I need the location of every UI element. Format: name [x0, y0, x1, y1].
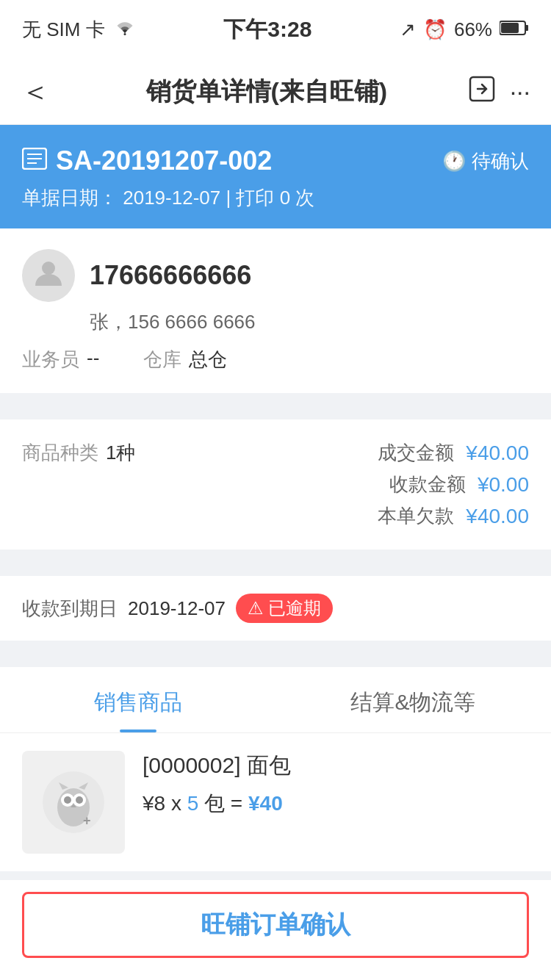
wifi-icon: [114, 18, 136, 41]
status-badge: 🕐 待确认: [442, 148, 529, 174]
received-row: 收款金额 ¥0.00: [389, 472, 529, 497]
divider-1: [0, 406, 551, 419]
avatar: [22, 249, 75, 302]
tabs-row: 销售商品 结算&物流等: [0, 667, 551, 733]
customer-name: 张，156 6666 6666: [90, 309, 529, 335]
warehouse-meta: 仓库 总仓: [143, 347, 227, 372]
svg-point-9: [42, 262, 55, 275]
order-header-card: SA-20191207-002 🕐 待确认 单据日期： 2019-12-07 |…: [0, 125, 551, 228]
product-item: + [0000002] 面包 ¥8 x 5 包 = ¥40: [22, 751, 529, 854]
bottom-bar: 旺铺订单确认: [0, 880, 551, 980]
overdue-badge: ⚠ 已逾期: [236, 594, 333, 623]
summary-left: 商品种类 1种: [22, 440, 135, 466]
nav-actions: ···: [469, 76, 530, 108]
warehouse-value: 总仓: [189, 347, 227, 372]
svg-point-0: [123, 33, 126, 35]
back-button[interactable]: ＜: [21, 71, 50, 112]
no-sim-text: 无 SIM 卡: [22, 17, 105, 43]
salesperson-label: 业务员: [22, 347, 79, 372]
received-label: 收款金额: [389, 472, 466, 497]
amount-value: ¥40.00: [466, 442, 529, 465]
divider-3: [0, 654, 551, 667]
product-thumb-icon: +: [40, 769, 107, 835]
warning-icon: ⚠: [248, 598, 264, 619]
product-name: [0000002] 面包: [143, 751, 529, 781]
tab-settlement[interactable]: 结算&物流等: [276, 667, 551, 732]
location-icon: ↗: [400, 18, 416, 41]
svg-point-15: [76, 796, 83, 804]
due-label: 收款到期日: [22, 596, 118, 621]
nav-bar: ＜ 销货单详情(来自旺铺) ···: [0, 59, 551, 125]
page-title: 销货单详情(来自旺铺): [65, 75, 469, 109]
product-section: + [0000002] 面包 ¥8 x 5 包 = ¥40: [0, 733, 551, 871]
tab-sales-product[interactable]: 销售商品: [0, 667, 276, 732]
battery-icon: [500, 18, 529, 41]
customer-meta: 业务员 -- 仓库 总仓: [22, 347, 529, 372]
owed-value: ¥40.00: [466, 505, 529, 528]
due-date-value: 2019-12-07: [128, 597, 226, 620]
product-qty: 5: [187, 792, 199, 815]
warehouse-label: 仓库: [143, 347, 181, 372]
due-date-section: 收款到期日 2019-12-07 ⚠ 已逾期: [0, 576, 551, 641]
product-total: ¥40: [248, 792, 283, 815]
received-value: ¥0.00: [478, 473, 529, 497]
summary-section: 商品种类 1种 成交金额 ¥40.00 收款金额 ¥0.00 本单欠款 ¥40.…: [0, 419, 551, 550]
summary-right: 成交金额 ¥40.00 收款金额 ¥0.00 本单欠款 ¥40.00: [378, 440, 529, 529]
more-icon[interactable]: ···: [510, 77, 530, 106]
order-id: SA-20191207-002: [22, 145, 272, 176]
product-info: [0000002] 面包 ¥8 x 5 包 = ¥40: [143, 751, 529, 818]
share-icon[interactable]: [469, 76, 495, 108]
order-date-line: 单据日期： 2019-12-07 | 打印 0 次: [22, 185, 529, 211]
status-right: ↗ ⏰ 66%: [400, 18, 529, 41]
customer-phone: 17666666666: [90, 260, 251, 291]
owed-row: 本单欠款 ¥40.00: [378, 503, 529, 529]
customer-section: 17666666666 张，156 6666 6666 业务员 -- 仓库 总仓: [0, 228, 551, 393]
types-label: 商品种类: [22, 440, 98, 466]
salesperson-meta: 业务员 --: [22, 347, 99, 372]
svg-rect-2: [525, 25, 528, 31]
types-value: 1种: [106, 440, 135, 466]
clock-icon: 🕐: [442, 150, 466, 173]
owed-label: 本单欠款: [378, 503, 454, 529]
svg-text:+: +: [83, 813, 91, 828]
product-types: 商品种类 1种: [22, 440, 135, 466]
product-thumbnail: +: [22, 751, 125, 854]
order-icon: [22, 145, 47, 176]
alarm-icon: ⏰: [423, 18, 447, 41]
salesperson-value: --: [87, 347, 99, 372]
status-left: 无 SIM 卡: [22, 17, 136, 43]
svg-rect-3: [501, 23, 519, 33]
confirm-button[interactable]: 旺铺订单确认: [22, 892, 529, 958]
status-bar: 无 SIM 卡 下午3:28 ↗ ⏰ 66%: [0, 0, 551, 59]
battery-text: 66%: [454, 18, 492, 41]
svg-point-14: [64, 796, 71, 804]
amount-row: 成交金额 ¥40.00: [378, 440, 529, 466]
user-icon: [32, 256, 65, 295]
overdue-text: 已逾期: [268, 597, 321, 620]
amount-label: 成交金额: [378, 440, 454, 466]
divider-2: [0, 563, 551, 576]
tabs-section: 销售商品 结算&物流等: [0, 667, 551, 733]
status-time: 下午3:28: [223, 15, 311, 45]
product-price: ¥8 x 5 包 = ¥40: [143, 790, 529, 818]
